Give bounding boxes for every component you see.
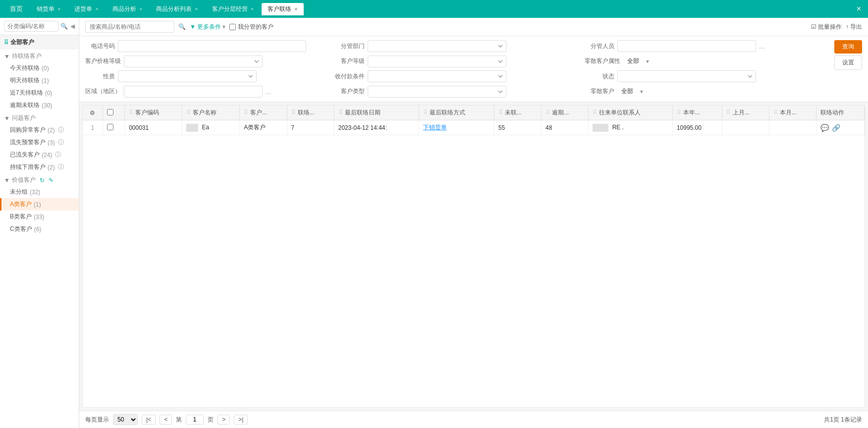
phone-input[interactable]	[118, 40, 306, 52]
sidebar-all-customers[interactable]: ⠿ 全部客户	[0, 35, 79, 50]
tab-analysis[interactable]: 商品分析 ×	[107, 3, 148, 15]
settings-btn[interactable]: 设置	[834, 55, 862, 70]
info-icon-3: ⓘ	[58, 163, 64, 171]
filter-icon: ▼	[190, 23, 196, 30]
col-overdue[interactable]: ⠿逾期...	[542, 106, 589, 120]
payment-select[interactable]	[368, 70, 506, 82]
sidebar-search-input[interactable]	[4, 21, 58, 32]
chevron-scatter-customer[interactable]: ▾	[640, 88, 643, 95]
nature-select[interactable]	[118, 70, 257, 82]
cell-code: 000031	[125, 120, 182, 135]
close-all-tabs[interactable]: ×	[854, 3, 864, 14]
section-pending-contact[interactable]: ▼ 待联络客户	[0, 50, 79, 62]
col-company-contact[interactable]: ⠿往来单位联系人	[589, 106, 673, 120]
col-type[interactable]: ⠿客户...	[240, 106, 287, 120]
cell-checkbox[interactable]	[103, 120, 125, 135]
col-last-month[interactable]: ⠿上月...	[722, 106, 769, 120]
cell-company-contact: RE .	[589, 120, 673, 135]
sidebar-search-icon[interactable]: 🔍	[60, 23, 68, 30]
price-level-select[interactable]	[124, 55, 263, 67]
main-search-input[interactable]	[85, 21, 174, 33]
sidebar-item-unclassified[interactable]: 未分组 (32)	[0, 186, 79, 198]
my-customers-check[interactable]	[229, 24, 236, 30]
tab-sales[interactable]: 销货单 ×	[31, 3, 66, 15]
field-customer-type: 客户类型	[335, 86, 581, 98]
col-last-method[interactable]: ⠿最后联络方式	[419, 106, 494, 120]
customer-level-select[interactable]	[368, 55, 506, 67]
col-checkbox[interactable]	[103, 106, 125, 120]
tab-analysis-list[interactable]: 商品分析列表 ×	[150, 3, 204, 15]
field-manager: 分管人员 ...	[585, 40, 830, 52]
link-action-icon[interactable]: 🔗	[832, 124, 840, 132]
close-tab-customer-contact[interactable]: ×	[294, 6, 297, 12]
manager-input[interactable]	[617, 40, 756, 52]
select-all-checkbox[interactable]	[107, 109, 113, 115]
close-tab-sales[interactable]: ×	[57, 6, 60, 12]
edit-icon[interactable]: ✎	[49, 177, 54, 184]
col-last-date[interactable]: ⠿最后联络日期	[334, 106, 419, 120]
col-this-month[interactable]: ⠿本月...	[769, 106, 816, 120]
sidebar: 🔍 ◀ ⠿ 全部客户 ▼ 待联络客户 今天待联络 (0) 明天待联络 (1) 近…	[0, 18, 79, 428]
col-name[interactable]: ⠿客户名称	[182, 106, 240, 120]
main-layout: 🔍 ◀ ⠿ 全部客户 ▼ 待联络客户 今天待联络 (0) 明天待联络 (1) 近…	[0, 18, 868, 428]
search-btn[interactable]: 查询	[834, 40, 862, 54]
dept-select[interactable]	[368, 40, 506, 52]
export-btn[interactable]: ↑ 导出	[846, 23, 862, 31]
manager-dots[interactable]: ...	[759, 42, 765, 50]
sidebar-item-class-a[interactable]: A类客户 (1)	[0, 198, 79, 211]
close-tab-analysis-list[interactable]: ×	[195, 6, 198, 12]
col-settings[interactable]: ⚙	[83, 106, 103, 120]
sidebar-item-tomorrow[interactable]: 明天待联络 (1)	[0, 74, 79, 87]
section-value-customers[interactable]: ▼ 价值客户 ↻ ✎	[0, 173, 79, 186]
sidebar-collapse-icon[interactable]: ◀	[70, 23, 75, 30]
tab-purchase[interactable]: 进货单 ×	[68, 3, 104, 15]
sidebar-item-7days[interactable]: 近7天待联络 (0)	[0, 87, 79, 99]
chevron-scatter-attr[interactable]: ▾	[646, 58, 649, 65]
sidebar-item-class-b[interactable]: B类客户 (33)	[0, 211, 79, 223]
refresh-icon[interactable]: ↻	[40, 177, 45, 184]
header-row: ⚙ ⠿客户编码 ⠿客户名称 ⠿客户... ⠿联络... ⠿最后联络日期 ⠿最后联…	[83, 106, 865, 120]
sidebar-item-class-c[interactable]: C类客户 (6)	[0, 223, 79, 235]
region-input[interactable]	[124, 86, 263, 98]
page-size-select[interactable]: 50	[113, 414, 138, 425]
action-icons: 💬 🔗	[820, 124, 860, 132]
col-contact-count[interactable]: ⠿联络...	[287, 106, 334, 120]
col-code[interactable]: ⠿客户编码	[125, 106, 182, 120]
cell-last-month	[722, 120, 769, 135]
region-dots[interactable]: ...	[266, 88, 271, 96]
sidebar-item-churn-warning[interactable]: 流失预警客户 (3) ⓘ	[0, 136, 79, 149]
sidebar-item-rebuy-abnormal[interactable]: 回购异常客户 (2) ⓘ	[0, 124, 79, 136]
sidebar-item-overdue[interactable]: 逾期未联络 (30)	[0, 99, 79, 111]
customer-type-select[interactable]	[368, 86, 506, 98]
batch-op-btn[interactable]: ☑ 批量操作	[811, 23, 842, 31]
chat-action-icon[interactable]: 💬	[820, 124, 829, 132]
status-select[interactable]	[617, 70, 756, 82]
first-page-btn[interactable]: |<	[142, 415, 156, 425]
cell-contact-count: 7	[287, 120, 334, 135]
sidebar-item-churned[interactable]: 已流失客户 (24) ⓘ	[0, 149, 79, 161]
col-this-year[interactable]: ⠿本年...	[672, 106, 722, 120]
col-uncontacted[interactable]: ⠿未联...	[494, 106, 541, 120]
last-page-btn[interactable]: >|	[234, 415, 248, 425]
tab-home[interactable]: 首页	[4, 2, 29, 15]
tab-customer-contact[interactable]: 客户联络 ×	[262, 3, 303, 15]
section-problem-customers[interactable]: ▼ 问题客户	[0, 111, 79, 124]
close-tab-customer-segment[interactable]: ×	[251, 6, 254, 12]
my-customers-checkbox[interactable]: 我分管的客户	[229, 23, 273, 31]
close-tab-purchase[interactable]: ×	[95, 6, 98, 12]
tab-customer-segment[interactable]: 客户分层经营 ×	[206, 3, 260, 15]
main-search-icon[interactable]: 🔍	[178, 23, 186, 30]
pagination-bar: 每页显示 50 |< < 第 页 > >| 共1页 1条记录	[79, 411, 868, 428]
table-row: 1 000031 Ea A类客户 7 2023-04-12 14:44: 下销货…	[83, 120, 865, 135]
batch-icon: ☑	[811, 23, 816, 30]
cell-last-method[interactable]: 下销货单	[419, 120, 494, 135]
sidebar-item-declining[interactable]: 持续下滑客户 (2) ⓘ	[0, 161, 79, 173]
page-number-input[interactable]	[186, 415, 204, 425]
row-checkbox[interactable]	[107, 124, 113, 130]
more-filters-btn[interactable]: ▼ 更多条件 ▾	[190, 23, 225, 31]
prev-page-btn[interactable]: <	[160, 415, 172, 425]
next-page-btn[interactable]: >	[217, 415, 230, 425]
table-container: ⚙ ⠿客户编码 ⠿客户名称 ⠿客户... ⠿联络... ⠿最后联络日期 ⠿最后联…	[82, 105, 865, 408]
sidebar-item-today[interactable]: 今天待联络 (0)	[0, 62, 79, 74]
close-tab-analysis[interactable]: ×	[139, 6, 142, 12]
